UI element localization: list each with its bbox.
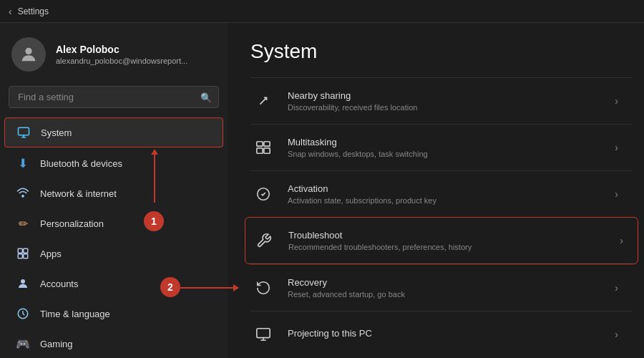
sidebar-item-label-personalization: Personalization: [40, 218, 104, 229]
nearby-sharing-desc: Discoverability, received files location: [288, 103, 609, 112]
troubleshoot-title: Troubleshoot: [288, 230, 614, 241]
sidebar-item-label-network: Network & internet: [40, 188, 117, 199]
troubleshoot-text: Troubleshoot Recommended troubleshooters…: [288, 230, 614, 251]
recovery-icon: [250, 275, 276, 301]
main-layout: Alex Poloboc alexandru_poloboc@windowsre…: [0, 23, 644, 358]
svg-point-0: [25, 48, 31, 54]
recovery-desc: Reset, advanced startup, go back: [288, 290, 609, 299]
sidebar-item-accounts[interactable]: Accounts: [4, 269, 223, 298]
apps-icon: [16, 246, 30, 261]
avatar: [11, 37, 46, 72]
sidebar: Alex Poloboc alexandru_poloboc@windowsre…: [0, 23, 228, 358]
troubleshoot-icon: [251, 228, 277, 253]
back-button[interactable]: ‹: [9, 6, 12, 17]
svg-rect-3: [18, 248, 22, 253]
svg-rect-5: [18, 254, 22, 258]
svg-rect-10: [264, 142, 270, 146]
activation-title: Activation: [288, 183, 609, 194]
multitasking-chevron: ›: [615, 142, 618, 153]
page-title: System: [250, 40, 644, 63]
setting-multitasking[interactable]: Multitasking Snap windows, desktops, tas…: [250, 124, 633, 170]
svg-point-2: [22, 195, 24, 197]
svg-point-7: [21, 279, 25, 284]
sidebar-item-system[interactable]: System: [4, 117, 223, 147]
activation-desc: Activation state, subscriptions, product…: [288, 196, 609, 205]
projecting-text: Projecting to this PC: [288, 328, 609, 341]
activation-text: Activation Activation state, subscriptio…: [288, 183, 609, 205]
troubleshoot-chevron: ›: [620, 235, 623, 246]
gaming-icon: 🎮: [16, 337, 30, 351]
search-input[interactable]: [9, 86, 219, 108]
projecting-title: Projecting to this PC: [288, 328, 609, 339]
sidebar-item-network[interactable]: Network & internet: [4, 179, 223, 208]
projecting-icon: [250, 321, 276, 347]
setting-nearby-sharing[interactable]: Nearby sharing Discoverability, received…: [250, 77, 633, 124]
multitasking-title: Multitasking: [288, 137, 609, 147]
svg-rect-9: [257, 142, 263, 146]
setting-activation[interactable]: Activation Activation state, subscriptio…: [250, 170, 633, 217]
sidebar-item-time[interactable]: Time & language: [4, 299, 223, 328]
personalization-icon: ✏: [16, 216, 30, 231]
activation-chevron: ›: [615, 188, 618, 200]
user-email: alexandru_poloboc@windowsreport...: [56, 57, 187, 65]
sidebar-item-label-accounts: Accounts: [40, 279, 78, 289]
user-info: Alex Poloboc alexandru_poloboc@windowsre…: [56, 44, 187, 65]
sidebar-item-label-gaming: Gaming: [40, 339, 73, 349]
sidebar-item-label-apps: Apps: [40, 248, 62, 259]
multitasking-icon: [250, 135, 276, 160]
sidebar-item-bluetooth[interactable]: ⬇ Bluetooth & devices: [4, 149, 223, 178]
user-name: Alex Poloboc: [56, 44, 187, 55]
recovery-title: Recovery: [288, 277, 609, 288]
user-profile[interactable]: Alex Poloboc alexandru_poloboc@windowsre…: [0, 23, 228, 83]
search-icon: 🔍: [200, 92, 212, 102]
system-icon: [16, 125, 31, 140]
sidebar-item-label-bluetooth: Bluetooth & devices: [40, 158, 122, 169]
nearby-sharing-title: Nearby sharing: [288, 90, 609, 101]
multitasking-desc: Snap windows, desktops, task switching: [288, 150, 609, 158]
multitasking-text: Multitasking Snap windows, desktops, tas…: [288, 137, 609, 158]
time-icon: [16, 306, 30, 321]
sidebar-item-apps[interactable]: Apps: [4, 239, 223, 268]
svg-rect-4: [24, 248, 28, 253]
activation-icon: [250, 181, 276, 207]
svg-rect-11: [257, 148, 263, 153]
sidebar-item-label-system: System: [41, 127, 72, 138]
nearby-sharing-icon: [250, 88, 276, 114]
title-bar: ‹ Settings: [0, 0, 644, 23]
svg-rect-6: [24, 254, 28, 258]
sidebar-item-personalization[interactable]: ✏ Personalization: [4, 209, 223, 238]
recovery-chevron: ›: [615, 282, 618, 294]
troubleshoot-desc: Recommended troubleshooters, preferences…: [288, 243, 614, 251]
svg-rect-1: [19, 127, 29, 135]
nearby-sharing-text: Nearby sharing Discoverability, received…: [288, 90, 609, 112]
network-icon: [16, 186, 30, 200]
setting-projecting[interactable]: Projecting to this PC ›: [250, 311, 633, 357]
projecting-chevron: ›: [615, 329, 618, 340]
svg-rect-12: [264, 148, 270, 153]
sidebar-item-gaming[interactable]: 🎮 Gaming: [4, 329, 223, 358]
content-area: System Nearby sharing Discoverability, r…: [228, 23, 644, 358]
nearby-sharing-chevron: ›: [615, 95, 618, 107]
search-box: 🔍: [9, 86, 219, 108]
setting-troubleshoot[interactable]: Troubleshoot Recommended troubleshooters…: [245, 217, 638, 264]
setting-recovery[interactable]: Recovery Reset, advanced startup, go bac…: [250, 264, 633, 311]
bluetooth-icon: ⬇: [16, 156, 30, 170]
recovery-text: Recovery Reset, advanced startup, go bac…: [288, 277, 609, 299]
accounts-icon: [16, 276, 30, 291]
sidebar-item-label-time: Time & language: [40, 309, 110, 319]
app-title: Settings: [18, 6, 49, 16]
svg-rect-14: [257, 329, 270, 338]
